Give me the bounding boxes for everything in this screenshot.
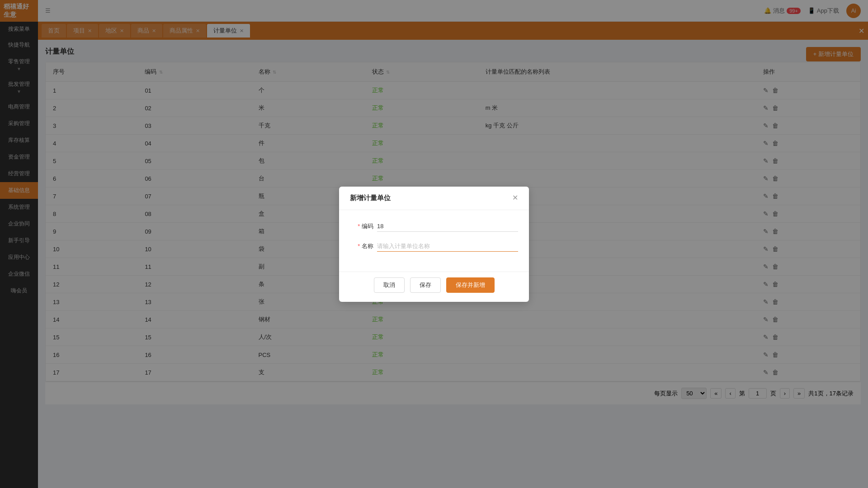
modal-title: 新增计量单位 <box>350 194 391 202</box>
save-and-new-button[interactable]: 保存并新增 <box>446 277 495 293</box>
modal-overlay[interactable]: 新增计量单位 ✕ * 编码 * 名称 取消 保存 保存并新增 <box>0 0 868 488</box>
code-input[interactable] <box>377 221 518 232</box>
add-unit-modal: 新增计量单位 ✕ * 编码 * 名称 取消 保存 保存并新增 <box>339 187 529 302</box>
modal-close-button[interactable]: ✕ <box>512 194 518 202</box>
form-row-code: * 编码 <box>350 221 518 232</box>
modal-header: 新增计量单位 ✕ <box>339 187 529 210</box>
form-row-name: * 名称 <box>350 241 518 252</box>
code-required-mark: * <box>358 223 360 230</box>
modal-footer: 取消 保存 保存并新增 <box>339 272 529 302</box>
cancel-button[interactable]: 取消 <box>374 277 405 293</box>
name-label: * 名称 <box>350 242 377 250</box>
name-input[interactable] <box>377 241 518 252</box>
save-button[interactable]: 保存 <box>410 277 441 293</box>
modal-body: * 编码 * 名称 <box>339 210 529 272</box>
name-required-mark: * <box>358 243 360 249</box>
code-label: * 编码 <box>350 222 377 230</box>
